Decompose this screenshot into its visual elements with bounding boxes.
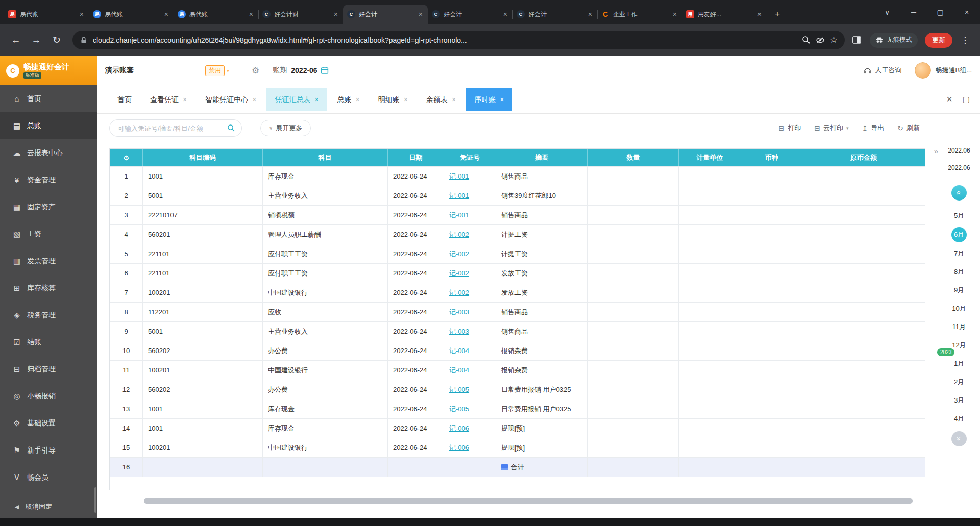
browser-tab[interactable]: C好会计× bbox=[343, 5, 428, 24]
table-row[interactable]: 95001主营业务收入2022-06-24记-003销售商品 bbox=[110, 321, 925, 341]
month-item[interactable]: 9月 bbox=[950, 283, 968, 297]
search-input[interactable] bbox=[117, 124, 227, 133]
sidebar-item-invoice[interactable]: ▥发票管理 bbox=[0, 247, 97, 274]
voucher-link[interactable]: 记-005 bbox=[449, 385, 469, 394]
maximize-button[interactable]: ▢ bbox=[927, 0, 953, 24]
app-tab[interactable]: 总账× bbox=[329, 88, 368, 111]
collapse-month-panel-icon[interactable]: » bbox=[934, 146, 938, 155]
tab-close-icon[interactable]: × bbox=[333, 10, 339, 18]
app-tab-close-icon[interactable]: × bbox=[183, 88, 187, 111]
browser-update-button[interactable]: 更新 bbox=[925, 33, 952, 48]
horizontal-scrollbar-thumb[interactable] bbox=[144, 498, 913, 504]
fullscreen-icon[interactable]: ▢ bbox=[963, 95, 970, 104]
app-tab-close-icon[interactable]: × bbox=[404, 88, 408, 111]
voucher-link[interactable]: 记-006 bbox=[449, 443, 469, 453]
month-item[interactable]: 1月 bbox=[950, 357, 968, 371]
table-row[interactable]: 8112201应收2022-06-24记-003销售商品 bbox=[110, 302, 925, 321]
period-value[interactable]: 2022-06 bbox=[291, 66, 317, 74]
table-row[interactable]: 11001库存现金2022-06-24记-001销售商品 bbox=[110, 166, 925, 186]
voucher-link[interactable]: 记-002 bbox=[449, 288, 469, 297]
table-row[interactable]: 5221101应付职工工资2022-06-24记-002计提工资 bbox=[110, 244, 925, 263]
month-item[interactable]: 11月 bbox=[950, 320, 968, 334]
app-tab[interactable]: 智能凭证中心× bbox=[197, 88, 264, 111]
month-item[interactable]: 10月 bbox=[950, 302, 968, 316]
sidebar-item-reimburse[interactable]: ◎小畅报销 bbox=[0, 383, 97, 410]
sidebar-item-tax[interactable]: ◈税务管理 bbox=[0, 302, 97, 329]
browser-tab[interactable]: 易易代账× bbox=[4, 5, 89, 24]
voucher-link[interactable]: 记-003 bbox=[449, 327, 469, 336]
export-button[interactable]: ↥ 导出 bbox=[862, 123, 885, 133]
column-settings-gear-icon[interactable]: ⚙ bbox=[110, 149, 143, 166]
browser-menu-icon[interactable]: ⋮ bbox=[958, 35, 973, 46]
tab-close-icon[interactable]: × bbox=[163, 10, 169, 18]
zoom-icon[interactable] bbox=[802, 36, 811, 44]
user-avatar[interactable] bbox=[915, 62, 931, 79]
table-row[interactable]: 15100201中国建设银行2022-06-24记-006提现[预] bbox=[110, 438, 925, 457]
reload-button[interactable]: ↻ bbox=[48, 32, 65, 49]
month-item[interactable]: 6月 bbox=[951, 227, 967, 242]
app-tab[interactable]: 首页 bbox=[109, 88, 140, 111]
tab-close-icon[interactable]: × bbox=[587, 10, 593, 18]
voucher-link[interactable]: 记-001 bbox=[449, 211, 469, 220]
scroll-months-down-button[interactable]: » bbox=[951, 431, 967, 446]
voucher-link[interactable]: 记-006 bbox=[449, 424, 469, 433]
month-item[interactable]: 8月 bbox=[950, 265, 968, 279]
voucher-link[interactable]: 记-001 bbox=[449, 172, 469, 181]
new-tab-button[interactable]: + bbox=[770, 7, 785, 22]
account-settings-gear-icon[interactable]: ⚙ bbox=[252, 65, 259, 76]
bookmark-star-icon[interactable]: ☆ bbox=[830, 35, 838, 45]
table-row[interactable]: 7100201中国建设银行2022-06-24记-002发放工资 bbox=[110, 283, 925, 302]
app-tab[interactable]: 序时账× bbox=[466, 88, 512, 111]
app-tab-close-icon[interactable]: × bbox=[252, 88, 256, 111]
refresh-button[interactable]: ↻ 刷新 bbox=[897, 123, 920, 133]
minimize-button[interactable]: ─ bbox=[900, 0, 927, 24]
table-row[interactable]: 11100201中国建设银行2022-06-24记-004报销杂费 bbox=[110, 360, 925, 380]
app-tab[interactable]: 查看凭证× bbox=[142, 88, 195, 111]
table-row[interactable]: 10560202办公费2022-06-24记-004报销杂费 bbox=[110, 341, 925, 360]
tab-close-icon[interactable]: × bbox=[418, 10, 424, 18]
table-row[interactable]: 25001主营业务收入2022-06-24记-001销售39度红花郎10 bbox=[110, 186, 925, 205]
user-name[interactable]: 畅捷通B组... bbox=[935, 66, 972, 75]
browser-tab[interactable]: C好会计× bbox=[428, 5, 512, 24]
app-tab-close-icon[interactable]: × bbox=[314, 88, 318, 111]
tab-close-icon[interactable]: × bbox=[502, 10, 508, 18]
month-item[interactable]: 4月 bbox=[950, 412, 968, 426]
app-tab-close-icon[interactable]: × bbox=[500, 88, 504, 111]
tab-search-chevron-icon[interactable]: ∨ bbox=[874, 0, 900, 24]
table-row[interactable]: 131001库存现金2022-06-24记-005日常费用报销 用户0325 bbox=[110, 399, 925, 418]
table-row[interactable]: 16合计 bbox=[110, 457, 925, 477]
close-all-tabs-icon[interactable]: × bbox=[946, 93, 952, 105]
app-tab-close-icon[interactable]: × bbox=[356, 88, 360, 111]
sidebar-scrollbar[interactable] bbox=[94, 487, 96, 513]
browser-tab[interactable]: C好会计× bbox=[512, 5, 597, 24]
eye-slash-icon[interactable] bbox=[816, 36, 825, 45]
sidebar-item-funds[interactable]: ¥资金管理 bbox=[0, 166, 97, 193]
tab-close-icon[interactable]: × bbox=[672, 10, 678, 18]
browser-tab[interactable]: C好会计财× bbox=[258, 5, 343, 24]
browser-tab[interactable]: 用用友好...× bbox=[682, 5, 767, 24]
month-item[interactable]: 2月 bbox=[950, 375, 968, 389]
app-tab[interactable]: 余额表× bbox=[418, 88, 464, 111]
tab-close-icon[interactable]: × bbox=[756, 10, 763, 18]
sidebar-item-cloud-report[interactable]: ☁云报表中心 bbox=[0, 139, 97, 166]
print-button[interactable]: ⊟ 打印 bbox=[779, 123, 801, 133]
sidebar-item-home[interactable]: ⌂首页 bbox=[0, 85, 97, 112]
voucher-link[interactable]: 记-002 bbox=[449, 269, 469, 278]
table-row[interactable]: 322210107销项税额2022-06-24记-001销售商品 bbox=[110, 205, 925, 224]
close-window-button[interactable]: × bbox=[953, 0, 980, 24]
month-item[interactable]: 3月 bbox=[950, 393, 968, 408]
sidebar-item-guide[interactable]: ⚑新手引导 bbox=[0, 437, 97, 464]
side-panel-icon[interactable] bbox=[852, 35, 862, 45]
table-row[interactable]: 6221101应付职工工资2022-06-24记-002发放工资 bbox=[110, 263, 925, 283]
tab-close-icon[interactable]: × bbox=[248, 10, 254, 18]
browser-tab[interactable]: 易易代账× bbox=[174, 5, 258, 24]
account-set-name[interactable]: 演示账套 bbox=[105, 66, 134, 75]
sidebar-item-payroll[interactable]: ▧工资 bbox=[0, 220, 97, 247]
expand-more-button[interactable]: ∨ 展开更多 bbox=[260, 120, 311, 136]
sidebar-item-ledger[interactable]: ▤总账 bbox=[0, 112, 97, 139]
forward-button[interactable]: → bbox=[28, 32, 45, 49]
scroll-months-up-button[interactable]: « bbox=[951, 185, 967, 201]
voucher-link[interactable]: 记-003 bbox=[449, 308, 469, 317]
voucher-link[interactable]: 记-001 bbox=[449, 191, 469, 201]
voucher-link[interactable]: 记-005 bbox=[449, 405, 469, 414]
